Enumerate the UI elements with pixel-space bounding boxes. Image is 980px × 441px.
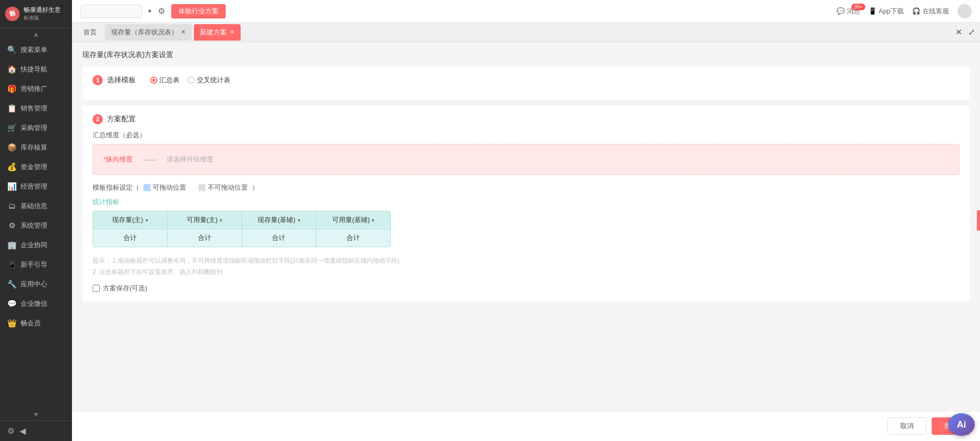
sidebar: 畅 畅康通好生意 标准版 ▲ 🔍 搜索菜单 🏠 快捷导航 🎁 营销推广 📋 销售… [0,0,72,441]
topbar-gear-icon[interactable]: ⚙ [158,6,165,16]
collapse-icon[interactable]: ◀ [20,426,26,436]
gear-icon: ⚙ [7,221,16,230]
user-avatar[interactable] [957,4,972,19]
dimension-zone[interactable]: *纵向维度 —— 请选择分组维度 [93,144,959,175]
sidebar-scroll-up[interactable]: ▲ [0,28,72,40]
dropdown-arrow: ▾ [148,7,152,15]
tab-new-scheme[interactable]: 新建方案 ✕ [194,24,241,41]
mobile-icon: 📱 [7,260,16,269]
chevron-down-icon-3: ▾ [372,217,374,223]
search-icon: 🔍 [7,45,16,54]
chart-icon: 📊 [7,182,16,191]
sales-icon: 📋 [7,104,16,113]
dimension-label: 汇总维度（必选） [93,131,959,140]
indicator-toggle-row: 模板指标设定（ 可拖动位置 不可拖动位置 ） [93,183,959,192]
sidebar-item-finance[interactable]: 💰 资金管理 [0,157,72,177]
sidebar-item-purchase[interactable]: 🛒 采购管理 [0,118,72,138]
stats-col-label-1: 可用量(主) [187,215,218,225]
radio-cross[interactable]: 交叉统计表 [188,76,230,85]
expand-panel-button[interactable]: ⤢ [968,27,975,37]
undraggable-toggle: 不可拖动位置 [198,183,248,192]
tab-inventory-status[interactable]: 现存量（库存状况表） ✕ [105,24,192,41]
undraggable-label: 不可拖动位置 [208,183,248,192]
stats-table-header: 现存量(主) ▾ 合计 可用量(主) ▾ 合计 [93,211,390,247]
draggable-label: 可拖动位置 [153,183,186,192]
home-icon: 🏠 [7,65,16,74]
wechat-icon: 💬 [7,299,16,308]
undraggable-box [198,184,206,191]
stats-col-body-1: 合计 [168,229,242,247]
stats-col-body-2: 合计 [242,229,316,247]
radio-summary[interactable]: 汇总表 [150,76,179,85]
save-checkbox[interactable] [93,285,100,292]
box-icon: 📦 [7,143,16,152]
sidebar-item-label: 销售管理 [21,104,47,113]
step2-card: 2 方案配置 汇总维度（必选） *纵向维度 —— 请选择分组维度 模板指标设定（… [82,106,970,301]
indicator-end: ） [252,183,259,192]
tip-1: 提示： 1.拖动标题栏可以调整布局，不可跨维度或指标区域拖动栏目字段(只能在同一… [93,255,959,267]
save-label: 方案保存(可选) [103,284,148,293]
cancel-button[interactable]: 取消 [887,417,927,435]
close-panel-button[interactable]: ✕ [955,27,962,37]
sidebar-item-member[interactable]: 👑 畅会员 [0,314,72,333]
cart-icon: 🛒 [7,123,16,133]
stats-col-label-2: 现存量(基辅) [258,215,296,225]
draggable-box [143,184,151,191]
vertical-dim-label: *纵向维度 [103,155,133,164]
sidebar-item-base[interactable]: 🗂 基础信息 [0,196,72,216]
sidebar-item-operation[interactable]: 📊 经营管理 [0,177,72,196]
logo-badge: 标准版 [24,14,61,22]
sidebar-item-system[interactable]: ⚙ 系统管理 [0,216,72,235]
sidebar-item-label: 经营管理 [21,182,47,191]
sidebar-item-marketing[interactable]: 🎁 营销推广 [0,79,72,99]
sidebar-item-inventory[interactable]: 📦 库存核算 [0,138,72,157]
money-icon: 💰 [7,162,16,172]
stats-col-body-3: 合计 [316,229,390,247]
sidebar-item-quicknav[interactable]: 🏠 快捷导航 [0,60,72,79]
save-row: 方案保存(可选) [93,284,959,293]
building-icon: 🏢 [7,241,16,250]
sidebar-item-label: 营销推广 [21,84,47,94]
tip-2: 2. 点击标题栏下拉可设置排序、插入列和删除列 [93,267,959,278]
sidebar-item-label: 应用中心 [21,280,47,289]
sidebar-scroll-down[interactable]: ▼ [0,409,72,420]
stats-col-header-1[interactable]: 可用量(主) ▾ [168,211,242,229]
message-icon: 💬 [837,7,845,15]
sidebar-item-label: 基础信息 [21,201,47,211]
service-button[interactable]: 🎧 在线客服 [912,7,949,16]
sidebar-item-label: 快捷导航 [21,65,47,74]
msg-button[interactable]: 💬 消息 99+ [837,7,860,16]
logo-icon: 畅 [5,7,20,21]
sidebar-item-sales[interactable]: 📋 销售管理 [0,99,72,118]
sidebar-item-wechat[interactable]: 💬 企业微信 [0,294,72,314]
right-edge-handle[interactable] [977,210,980,231]
ai-badge[interactable]: Ai [948,413,975,436]
radio-summary-label: 汇总表 [159,76,179,85]
dim-placeholder: 请选择分组维度 [167,155,213,164]
industry-scheme-button[interactable]: 体验行业方案 [171,4,226,19]
close-inventory-tab[interactable]: ✕ [181,29,186,35]
close-new-scheme-tab[interactable]: ✕ [230,29,234,35]
topbar-dropdown[interactable]: ▾ [148,7,152,15]
stats-col-3: 可用量(基辅) ▾ 合计 [316,211,390,247]
radio-cross-dot [188,77,195,84]
main-area: ▾ ⚙ 体验行业方案 💬 消息 99+ 📱 App下载 🎧 在线客服 首页 [72,0,980,441]
sidebar-item-label: 资金管理 [21,162,47,172]
tab-home[interactable]: 首页 [77,24,103,41]
sidebar-item-label: 采购管理 [21,123,47,133]
settings-bottom-icon[interactable]: ⚙ [7,426,14,436]
sidebar-item-appcenter[interactable]: 🔧 应用中心 [0,274,72,294]
stats-col-label-3: 可用量(基辅) [332,215,370,225]
sidebar-item-corp[interactable]: 🏢 企业协同 [0,235,72,255]
sidebar-item-label: 企业微信 [21,299,47,308]
topbar: ▾ ⚙ 体验行业方案 💬 消息 99+ 📱 App下载 🎧 在线客服 [72,0,980,23]
sidebar-item-search[interactable]: 🔍 搜索菜单 [0,40,72,60]
app-download-button[interactable]: 📱 App下载 [868,7,904,16]
stats-col-header-0[interactable]: 现存量(主) ▾ [93,211,167,229]
search-input[interactable] [80,5,142,18]
stats-col-0: 现存量(主) ▾ 合计 [93,211,168,247]
stats-col-header-3[interactable]: 可用量(基辅) ▾ [316,211,390,229]
sidebar-item-newguide[interactable]: 📱 新手引导 [0,255,72,274]
topbar-left: ▾ ⚙ 体验行业方案 [80,4,226,19]
stats-col-header-2[interactable]: 现存量(基辅) ▾ [242,211,316,229]
